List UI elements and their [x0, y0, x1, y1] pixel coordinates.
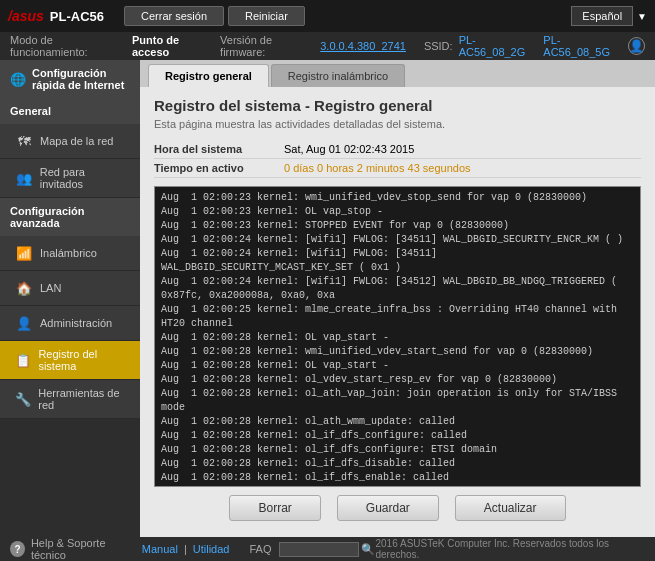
internet-icon: 🌐 — [10, 69, 26, 89]
log-container — [154, 186, 641, 487]
time-label: Hora del sistema — [154, 143, 284, 155]
general-label: General — [10, 105, 51, 117]
lan-icon: 🏠 — [14, 278, 34, 298]
logo-area: /asus PL-AC56 — [8, 8, 104, 24]
guardar-button[interactable]: Guardar — [337, 495, 439, 521]
sidebar-internet-section[interactable]: 🌐 Configuración rápida de Internet — [0, 60, 140, 98]
actualizar-button[interactable]: Actualizar — [455, 495, 566, 521]
help-icon: ? — [10, 541, 25, 557]
log-textarea[interactable] — [155, 187, 640, 486]
sidebar-item-inalambrico[interactable]: 📶 Inalámbrico — [0, 236, 140, 271]
tab-registro-general[interactable]: Registro general — [148, 64, 269, 87]
sidebar-registro-label: Registro del sistema — [38, 348, 130, 372]
fw-value[interactable]: 3.0.0.4.380_2741 — [320, 40, 406, 52]
statusbar: Modo de funcionamiento: Punto de acceso … — [0, 32, 655, 60]
advanced-label: Configuración avanzada — [10, 205, 130, 229]
uptime-label: Tiempo en activo — [154, 162, 284, 174]
page-description: Esta página muestra las actividades deta… — [154, 118, 641, 130]
sidebar-mapa-label: Mapa de la red — [40, 135, 113, 147]
user-icon[interactable]: 👤 — [628, 37, 645, 55]
main-layout: 🌐 Configuración rápida de Internet Gener… — [0, 60, 655, 537]
page-title: Registro del sistema - Registro general — [154, 97, 641, 114]
sidebar-internet-label: Configuración rápida de Internet — [32, 67, 130, 91]
sidebar-inalambrico-label: Inalámbrico — [40, 247, 97, 259]
fw-label: Versión de firmware: — [220, 34, 314, 58]
sidebar-herramientas-label: Herramientas de red — [38, 387, 130, 411]
tab-registro-inalambrico[interactable]: Registro inalámbrico — [271, 64, 405, 87]
sidebar-general-section[interactable]: General — [0, 98, 140, 124]
content-area: Registro general Registro inalámbrico Re… — [140, 60, 655, 537]
language-button[interactable]: Español — [571, 6, 633, 26]
ssid-label: SSID: — [424, 40, 453, 52]
utilidad-link[interactable]: Utilidad — [193, 543, 230, 555]
sidebar-admin-label: Administración — [40, 317, 112, 329]
uptime-value: 0 días 0 horas 2 minutos 43 segundos — [284, 162, 471, 174]
lang-arrow-icon: ▼ — [637, 11, 647, 22]
help-label: Help & Soporte técnico — [31, 537, 136, 561]
manual-link[interactable]: Manual — [142, 543, 178, 555]
wifi-icon: 📶 — [14, 243, 34, 263]
top-buttons: Cerrar sesión Reiniciar — [124, 6, 305, 26]
action-bar: Borrar Guardar Actualizar — [154, 495, 641, 521]
footer-search-icon[interactable]: 🔍 — [361, 543, 375, 556]
sidebar-red-label: Red para invitados — [40, 166, 130, 190]
ssid-5g: PL-AC56_08_5G — [543, 34, 622, 58]
model-name: PL-AC56 — [50, 9, 104, 24]
tab-bar: Registro general Registro inalámbrico — [140, 60, 655, 87]
lang-select: Español ▼ — [571, 6, 647, 26]
sidebar-item-admin[interactable]: 👤 Administración — [0, 306, 140, 341]
sidebar: 🌐 Configuración rápida de Internet Gener… — [0, 60, 140, 537]
red-icon: 👥 — [14, 168, 34, 188]
sidebar-item-lan[interactable]: 🏠 LAN — [0, 271, 140, 306]
time-value: Sat, Aug 01 02:02:43 2015 — [284, 143, 414, 155]
admin-icon: 👤 — [14, 313, 34, 333]
sidebar-advanced-section[interactable]: Configuración avanzada — [0, 198, 140, 236]
mapa-icon: 🗺 — [14, 131, 34, 151]
sidebar-item-mapa[interactable]: 🗺 Mapa de la red — [0, 124, 140, 159]
uptime-row: Tiempo en activo 0 días 0 horas 2 minuto… — [154, 159, 641, 178]
content-inner: Registro del sistema - Registro general … — [140, 87, 655, 537]
footer-left: ? Help & Soporte técnico Manual | Utilid… — [10, 537, 229, 561]
sidebar-item-red[interactable]: 👥 Red para invitados — [0, 159, 140, 198]
registro-icon: 📋 — [14, 350, 32, 370]
mode-value: Punto de acceso — [132, 34, 214, 58]
mode-label: Modo de funcionamiento: — [10, 34, 126, 58]
separator: | — [184, 543, 187, 555]
info-table: Hora del sistema Sat, Aug 01 02:02:43 20… — [154, 140, 641, 178]
topbar: /asus PL-AC56 Cerrar sesión Reiniciar Es… — [0, 0, 655, 32]
asus-logo: /asus — [8, 8, 44, 24]
copyright: 2016 ASUSTeK Computer Inc. Reservados to… — [375, 538, 645, 560]
ssid-2g: PL-AC56_08_2G — [459, 34, 538, 58]
footer-search-input[interactable] — [279, 542, 359, 557]
sidebar-lan-label: LAN — [40, 282, 61, 294]
sidebar-item-registro[interactable]: 📋 Registro del sistema — [0, 341, 140, 380]
time-row: Hora del sistema Sat, Aug 01 02:02:43 20… — [154, 140, 641, 159]
sidebar-item-herramientas[interactable]: 🔧 Herramientas de red — [0, 380, 140, 419]
faq-label: FAQ — [249, 543, 271, 555]
borrar-button[interactable]: Borrar — [229, 495, 320, 521]
reiniciar-button[interactable]: Reiniciar — [228, 6, 305, 26]
cerrar-sesion-button[interactable]: Cerrar sesión — [124, 6, 224, 26]
herramientas-icon: 🔧 — [14, 389, 32, 409]
footer: ? Help & Soporte técnico Manual | Utilid… — [0, 537, 655, 561]
